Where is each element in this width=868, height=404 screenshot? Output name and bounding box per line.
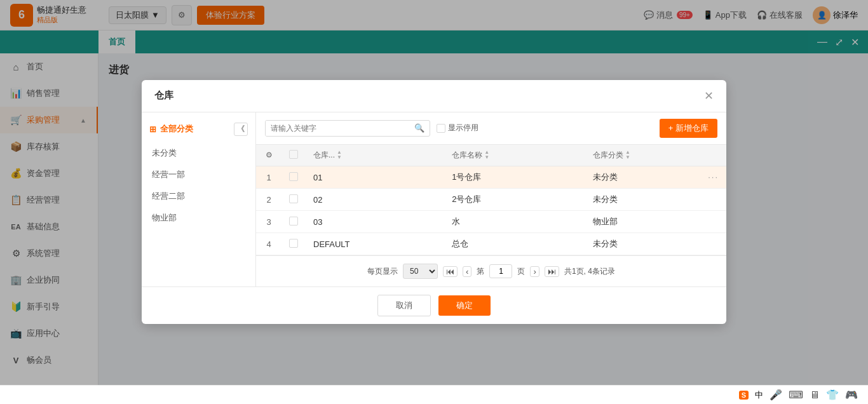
s-logo: S bbox=[739, 391, 749, 400]
category-panel: ⊞ 全部分类 《 未分类 经营一部 经营二部 物业部 bbox=[142, 112, 256, 287]
row-name: 1号仓库 bbox=[444, 166, 585, 189]
row-category: 未分类 ··· bbox=[585, 166, 726, 189]
row-category: 未分类 bbox=[585, 233, 726, 255]
add-warehouse-button[interactable]: + 新增仓库 bbox=[660, 119, 717, 138]
th-code[interactable]: 仓库... ▲▼ bbox=[306, 145, 444, 166]
category-header: ⊞ 全部分类 《 bbox=[142, 119, 255, 142]
row-name: 水 bbox=[444, 211, 585, 233]
pagination: 每页显示 50 100 ⏮ ‹ 第 页 › ⏭ 共1页, 4条记录 bbox=[256, 255, 726, 286]
row-num: 4 bbox=[256, 233, 281, 255]
row-code: DEFAULT bbox=[306, 233, 444, 255]
screen-icon[interactable]: 🖥 bbox=[810, 389, 820, 401]
page-number-input[interactable] bbox=[489, 264, 512, 278]
cancel-button[interactable]: 取消 bbox=[377, 295, 431, 316]
search-box: 🔍 bbox=[265, 120, 430, 137]
row-name: 2号仓库 bbox=[444, 189, 585, 211]
table-header-row: ⚙ 仓库... ▲▼ bbox=[256, 145, 726, 166]
first-page-button[interactable]: ⏮ bbox=[443, 266, 458, 277]
table-row[interactable]: 1 01 1号仓库 未分类 ··· bbox=[256, 166, 726, 189]
row-checkbox[interactable] bbox=[289, 172, 298, 181]
modal-close-button[interactable]: ✕ bbox=[704, 89, 714, 103]
row-checkbox-cell bbox=[281, 166, 306, 189]
row-checkbox-cell bbox=[281, 233, 306, 255]
row-checkbox-cell bbox=[281, 189, 306, 211]
grid-icon: ⊞ bbox=[149, 125, 156, 134]
row-code: 01 bbox=[306, 166, 444, 189]
table-row[interactable]: 3 03 水 物业部 bbox=[256, 211, 726, 233]
disabled-checkbox[interactable] bbox=[437, 124, 445, 133]
last-page-button[interactable]: ⏭ bbox=[545, 266, 559, 277]
more-button[interactable]: ··· bbox=[708, 172, 719, 182]
th-name[interactable]: 仓库名称 ▲▼ bbox=[444, 145, 585, 166]
page-size-select[interactable]: 50 100 bbox=[403, 264, 438, 279]
row-code: 03 bbox=[306, 211, 444, 233]
shirt-icon[interactable]: 👕 bbox=[826, 389, 839, 401]
th-checkbox bbox=[281, 145, 306, 166]
search-icon[interactable]: 🔍 bbox=[409, 123, 430, 133]
table-row[interactable]: 4 DEFAULT 总仓 未分类 bbox=[256, 233, 726, 255]
keyboard-icon[interactable]: ⌨ bbox=[789, 389, 803, 401]
modal-overlay: 仓库 ✕ ⊞ 全部分类 《 未分类 经营一部 bbox=[0, 0, 868, 404]
modal-title: 仓库 bbox=[154, 90, 173, 102]
row-num: 3 bbox=[256, 211, 281, 233]
mic-icon[interactable]: 🎤 bbox=[770, 389, 782, 401]
th-category[interactable]: 仓库分类 ▲▼ bbox=[585, 145, 726, 166]
row-category: 物业部 bbox=[585, 211, 726, 233]
warehouse-modal: 仓库 ✕ ⊞ 全部分类 《 未分类 经营一部 bbox=[142, 80, 726, 325]
row-checkbox[interactable] bbox=[289, 239, 298, 248]
gamepad-icon[interactable]: 🎮 bbox=[845, 389, 858, 401]
category-item-dept2[interactable]: 经营二部 bbox=[142, 185, 255, 207]
category-item-property[interactable]: 物业部 bbox=[142, 207, 255, 229]
row-checkbox[interactable] bbox=[289, 194, 298, 203]
row-code: 02 bbox=[306, 189, 444, 211]
row-name: 总仓 bbox=[444, 233, 585, 255]
warehouse-table: ⚙ 仓库... ▲▼ bbox=[256, 145, 726, 256]
modal-footer: 取消 确定 bbox=[142, 286, 726, 324]
bottom-bar: S 中 🎤 ⌨ 🖥 👕 🎮 bbox=[0, 385, 868, 404]
modal-body: ⊞ 全部分类 《 未分类 经营一部 经营二部 物业部 bbox=[142, 112, 726, 287]
sort-icon: ▲▼ bbox=[337, 150, 342, 160]
prev-page-button[interactable]: ‹ bbox=[463, 266, 471, 277]
row-category: 未分类 bbox=[585, 189, 726, 211]
search-input[interactable] bbox=[266, 121, 409, 136]
table-row[interactable]: 2 02 2号仓库 未分类 bbox=[256, 189, 726, 211]
table-toolbar: 🔍 显示停用 + 新增仓库 bbox=[256, 112, 726, 145]
row-num: 1 bbox=[256, 166, 281, 189]
lang-label: 中 bbox=[755, 389, 763, 401]
total-info: 共1页, 4条记录 bbox=[564, 266, 615, 277]
category-item-unclassified[interactable]: 未分类 bbox=[142, 142, 255, 164]
modal-header: 仓库 ✕ bbox=[142, 80, 726, 112]
table-panel: 🔍 显示停用 + 新增仓库 ⚙ bbox=[256, 112, 726, 287]
row-checkbox-cell bbox=[281, 211, 306, 233]
sort-icon: ▲▼ bbox=[625, 150, 630, 160]
next-page-button[interactable]: › bbox=[530, 266, 539, 277]
sort-icon: ▲▼ bbox=[484, 150, 489, 160]
th-settings: ⚙ bbox=[256, 145, 281, 166]
collapse-panel-button[interactable]: 《 bbox=[234, 123, 248, 136]
bottom-icons: S 中 🎤 ⌨ 🖥 👕 🎮 bbox=[739, 389, 858, 401]
row-checkbox[interactable] bbox=[289, 217, 298, 226]
category-item-dept1[interactable]: 经营一部 bbox=[142, 164, 255, 185]
select-all-checkbox[interactable] bbox=[289, 150, 298, 159]
row-num: 2 bbox=[256, 189, 281, 211]
show-disabled-checkbox[interactable]: 显示停用 bbox=[437, 123, 478, 133]
confirm-button[interactable]: 确定 bbox=[438, 295, 491, 316]
